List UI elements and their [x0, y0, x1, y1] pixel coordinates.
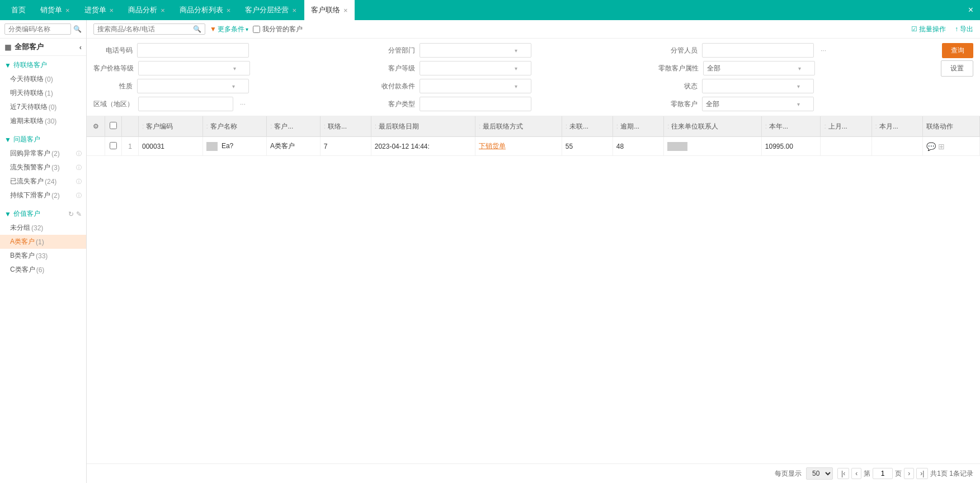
price-level-select[interactable]: ▾ — [138, 61, 250, 75]
global-close-button[interactable]: × — [968, 5, 973, 15]
sidebar-item-declining[interactable]: 持续下滑客户 (2) ⓘ — [0, 188, 86, 202]
info-icon3: ⓘ — [76, 178, 82, 186]
payment-select[interactable]: ▾ — [420, 79, 531, 93]
nav-home[interactable]: 首页 — [4, 0, 32, 20]
customer-type-select[interactable] — [420, 97, 531, 111]
nav-product-analysis-list[interactable]: 商品分析列表 × — [173, 0, 238, 20]
manager-select[interactable] — [702, 43, 814, 58]
region-dots[interactable]: ··· — [240, 100, 246, 108]
nav-customer-layering[interactable]: 客户分层经营 × — [238, 0, 303, 20]
nature-select[interactable]: ▾ — [137, 79, 249, 93]
advanced-filter: 电话号码 分管部门 ▾ 分管人员 — [87, 39, 980, 116]
sidebar-item-tomorrow[interactable]: 明天待联络 (1) — [0, 86, 86, 100]
customer-level-select[interactable]: ▾ — [420, 61, 531, 75]
sidebar-item-overdue[interactable]: 逾期未联络 (30) — [0, 114, 86, 128]
grid-action-icon[interactable]: ⊞ — [938, 142, 945, 151]
th-overdue[interactable]: :逾期... — [613, 116, 663, 137]
th-this-year[interactable]: :本年... — [761, 116, 821, 137]
th-no-contact[interactable]: :未联... — [562, 116, 613, 137]
chat-icon[interactable]: 💬 — [926, 142, 936, 151]
th-last-contact-method[interactable]: :最后联络方式 — [475, 116, 562, 137]
td-no-contact: 55 — [562, 137, 613, 156]
edit-icon[interactable]: ✎ — [76, 210, 82, 218]
manager-dots[interactable]: ··· — [821, 46, 826, 54]
page-end-label: 页 — [895, 469, 902, 479]
sidebar-item-7days[interactable]: 近7天待联络 (0) — [0, 100, 86, 114]
nav-sales-order[interactable]: 销货单 × — [34, 0, 77, 20]
th-this-month[interactable]: :本月... — [871, 116, 922, 137]
settings-gear-icon[interactable]: ⚙ — [90, 121, 101, 132]
th-contact-count[interactable]: :联络... — [320, 116, 371, 137]
sidebar-search-icon[interactable]: 🔍 — [73, 25, 82, 33]
th-customer-code[interactable]: :客户编码 — [139, 116, 203, 137]
retail-select[interactable]: 全部 ▾ — [702, 97, 814, 111]
close-product-analysis[interactable]: × — [161, 6, 165, 15]
row-checkbox[interactable] — [110, 142, 117, 149]
sidebar-item-churn-warning[interactable]: 流失预警客户 (3) ⓘ — [0, 160, 86, 174]
sidebar-item-class-c[interactable]: C类客户 (6) — [0, 263, 86, 277]
sidebar-item-class-b[interactable]: B类客户 (33) — [0, 249, 86, 263]
chevron-down-icon7: ▾ — [797, 83, 800, 89]
close-customer-layering[interactable]: × — [292, 6, 296, 15]
th-last-contact-date[interactable]: :最后联络日期 — [371, 116, 475, 137]
last-page-button[interactable]: ›| — [916, 468, 928, 479]
th-unit-contact[interactable]: :往来单位联系人 — [663, 116, 761, 137]
sidebar-group-problem: ▼ 问题客户 回购异常客户 (2) ⓘ 流失预警客户 (3) ⓘ 已流失客户 (… — [0, 130, 86, 205]
select-all-checkbox[interactable] — [110, 122, 117, 129]
nav-customer-contact[interactable]: 客户联络 × — [304, 0, 355, 20]
retail-label: 零散客户 — [658, 100, 698, 109]
td-customer-type: A类客户 — [267, 137, 321, 156]
close-product-analysis-list[interactable]: × — [227, 6, 231, 15]
sidebar-group-value-title[interactable]: ▼ 价值客户 ↻ ✎ — [0, 207, 86, 221]
query-button[interactable]: 查询 — [942, 43, 973, 58]
settings-button[interactable]: 设置 — [941, 60, 973, 77]
th-last-month[interactable]: :上月... — [821, 116, 871, 137]
collapse-icon: ‹ — [79, 43, 82, 51]
retail-attr-select[interactable]: 全部 ▾ — [703, 61, 815, 75]
sidebar-group-pending-title[interactable]: ▼ 待联络客户 — [0, 58, 86, 72]
page-input[interactable] — [873, 468, 893, 479]
customer-level-label: 客户等级 — [376, 64, 415, 73]
status-label: 状态 — [658, 82, 698, 91]
content-area: 🔍 ▼ 更多条件 ▾ 我分管的客户 ☑ 批量操作 ↑ 导出 — [87, 20, 980, 483]
customer-type-label: 客户类型 — [376, 100, 415, 109]
table-header-row: ⚙ :客户编码 :客户名称 :客户... :联络... :最后联络日期 :最后联… — [87, 116, 980, 137]
dept-select[interactable]: ▾ — [420, 43, 531, 58]
my-customers-checkbox-label[interactable]: 我分管的客户 — [253, 25, 303, 34]
my-customers-checkbox[interactable] — [253, 26, 260, 33]
refresh-icon[interactable]: ↻ — [68, 210, 74, 218]
td-customer-name: Ea? — [202, 137, 267, 156]
sidebar-all-customers[interactable]: ▦ 全部客户 ‹ — [0, 39, 86, 56]
close-sales-order[interactable]: × — [65, 6, 70, 15]
close-customer-contact[interactable]: × — [343, 6, 348, 15]
status-select[interactable]: ▾ — [702, 79, 814, 93]
th-customer-name[interactable]: :客户名称 — [202, 116, 267, 137]
first-page-button[interactable]: |‹ — [837, 468, 849, 479]
th-index — [122, 116, 139, 137]
region-select[interactable] — [138, 97, 233, 111]
sidebar-group-problem-title[interactable]: ▼ 问题客户 — [0, 132, 86, 146]
price-level-label: 客户价格等级 — [93, 64, 134, 73]
sidebar-item-today[interactable]: 今天待联络 (0) — [0, 72, 86, 86]
per-page-select[interactable]: 50 — [806, 467, 833, 480]
filter-search-icon[interactable]: 🔍 — [193, 25, 201, 33]
nav-product-analysis[interactable]: 商品分析 × — [121, 0, 172, 20]
phone-input[interactable] — [137, 43, 249, 58]
nav-purchase-order[interactable]: 进货单 × — [78, 0, 121, 20]
close-purchase-order[interactable]: × — [110, 6, 114, 15]
sidebar-item-churned[interactable]: 已流失客户 (24) ⓘ — [0, 174, 86, 188]
last-contact-method-link[interactable]: 下销货单 — [479, 142, 506, 150]
more-conditions-button[interactable]: ▼ 更多条件 ▾ — [210, 25, 248, 34]
prev-page-button[interactable]: ‹ — [851, 468, 861, 479]
th-checkbox — [105, 116, 122, 137]
action-icons: 💬 ⊞ — [926, 142, 976, 151]
th-customer-type[interactable]: :客户... — [267, 116, 321, 137]
export-button[interactable]: ↑ 导出 — [955, 25, 973, 34]
filter-search-input[interactable] — [97, 25, 193, 33]
sidebar-item-class-a[interactable]: A类客户 (1) — [0, 235, 86, 249]
sidebar-search-input[interactable] — [4, 23, 71, 35]
next-page-button[interactable]: › — [904, 468, 914, 479]
sidebar-item-repurchase-abnormal[interactable]: 回购异常客户 (2) ⓘ — [0, 146, 86, 160]
bulk-op-button[interactable]: ☑ 批量操作 — [911, 25, 946, 34]
sidebar-item-unclassified[interactable]: 未分组 (32) — [0, 221, 86, 235]
